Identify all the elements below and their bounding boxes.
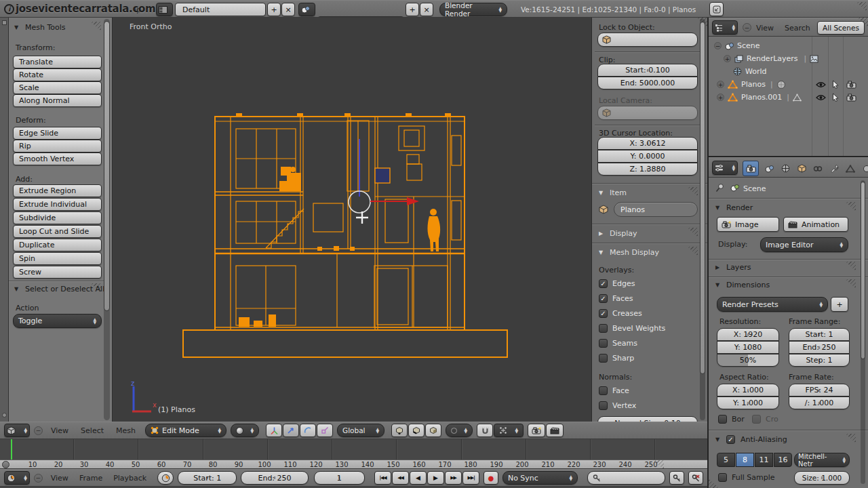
mesh-menu[interactable]: Mesh <box>116 426 136 435</box>
play-button[interactable]: ▶ <box>427 471 444 485</box>
clip-end-field[interactable]: ‹End: 5000.000› <box>597 77 698 89</box>
outliner-row-planos[interactable]: + Planos | <box>709 78 868 91</box>
tab-scene[interactable] <box>761 161 777 176</box>
tab-partial[interactable] <box>859 161 868 176</box>
resolution-y-field[interactable]: ‹Y: 1080› <box>717 341 779 354</box>
editor-type-selector[interactable]: ▲▼ <box>712 161 738 175</box>
outliner-row-planos-001[interactable]: + Planos.001 | <box>709 91 868 104</box>
snap-element-dropdown[interactable]: ▲▼ <box>494 424 524 437</box>
aspect-y-field[interactable]: ‹Y: 1.000› <box>717 396 779 409</box>
aa-samples-8-button[interactable]: 8 <box>736 453 754 467</box>
lock-object-field[interactable] <box>597 33 698 47</box>
rip-button[interactable]: Rip <box>13 140 102 152</box>
full-sample-checkbox[interactable]: ✓Full Sample <box>718 473 775 482</box>
opengl-render-anim-button[interactable] <box>546 424 564 437</box>
renderability-camera-icon[interactable] <box>846 94 856 102</box>
add-scene-button[interactable]: + <box>406 3 419 16</box>
view-menu[interactable]: View <box>51 474 68 483</box>
screen-layout-field[interactable]: Default <box>175 3 266 16</box>
add-layout-button[interactable]: + <box>267 3 281 16</box>
view-menu[interactable]: View <box>756 24 774 33</box>
collapse-menus-icon[interactable]: − <box>743 23 751 32</box>
occlude-geometry-dropdown[interactable]: ▲▼ <box>446 424 473 437</box>
npanel-scrollbar[interactable] <box>700 19 705 420</box>
panel-grip[interactable] <box>686 187 698 197</box>
crop-checkbox[interactable]: ✓Cro <box>752 415 778 424</box>
pin-icon[interactable] <box>715 183 724 192</box>
face-select-mode-button[interactable] <box>425 424 441 437</box>
frame-step-field[interactable]: ‹Step: 1› <box>789 354 850 367</box>
scale-button[interactable]: Scale <box>13 81 102 94</box>
add-preset-button[interactable]: + <box>831 297 848 312</box>
selectability-cursor-icon[interactable] <box>832 80 839 89</box>
ruler-scroll-knob[interactable] <box>2 461 9 468</box>
tab-modifiers[interactable] <box>826 161 842 176</box>
viewport-3d[interactable]: Front Ortho z x (1) Planos ▼Mesh Tools T… <box>0 18 707 439</box>
render-presets-dropdown[interactable]: Render Presets ▲▼ <box>717 297 828 312</box>
extrude-individual-button[interactable]: Extrude Individual <box>13 198 102 211</box>
tab-object-data[interactable] <box>842 161 859 176</box>
panel-grip[interactable] <box>844 202 856 212</box>
local-camera-field[interactable] <box>597 106 698 120</box>
render-animation-button[interactable]: Animation <box>783 217 848 232</box>
render-panel-header[interactable]: ▼Render <box>714 203 753 212</box>
play-reverse-button[interactable]: ◀ <box>410 471 427 485</box>
cursor-z-field[interactable]: ‹Z: 1.3880› <box>597 163 698 176</box>
opengl-render-button[interactable] <box>528 424 545 437</box>
scene-icon-button[interactable] <box>298 3 315 16</box>
panel-grip[interactable] <box>844 279 856 289</box>
extrude-region-button[interactable]: Extrude Region <box>13 184 102 197</box>
border-checkbox[interactable]: ✓Bor <box>718 415 745 424</box>
aa-samples-5-button[interactable]: 5 <box>717 453 735 467</box>
frame-end-field[interactable]: ‹End: 250› <box>241 471 308 485</box>
search-menu[interactable]: Search <box>785 24 810 33</box>
bevel-weights-checkbox[interactable]: ✓Bevel Weights <box>599 324 665 333</box>
selectability-cursor-icon[interactable] <box>832 93 839 102</box>
tab-object[interactable] <box>793 161 810 176</box>
panel-grip[interactable] <box>90 22 101 32</box>
translate-button[interactable]: Translate <box>13 56 102 68</box>
record-button[interactable]: ● <box>484 471 498 485</box>
subdivide-button[interactable]: Subdivide <box>13 211 102 224</box>
anti-aliasing-panel-header[interactable]: ▼ ✓ Anti-Aliasing <box>714 435 787 444</box>
editor-type-selector[interactable]: ▲▼ <box>4 471 30 485</box>
item-name-field[interactable]: Planos <box>614 202 698 217</box>
panel-grip[interactable] <box>686 228 698 238</box>
mesh-display-panel-header[interactable]: ▼Mesh Display <box>597 248 659 257</box>
screw-button[interactable]: Screw <box>13 266 102 279</box>
tab-render[interactable] <box>743 161 759 176</box>
jump-to-start-button[interactable]: |◀◀ <box>374 471 391 485</box>
resolution-x-field[interactable]: ‹X: 1920› <box>717 328 779 341</box>
expand-icon[interactable]: + <box>717 94 724 101</box>
jump-to-end-button[interactable]: ▶▶| <box>462 471 479 485</box>
mode-dropdown[interactable]: Edit Mode ▲▼ <box>145 424 226 437</box>
expand-icon[interactable]: + <box>724 55 731 62</box>
aa-samples-11-button[interactable]: 11 <box>755 453 773 467</box>
vertex-normals-checkbox[interactable]: ✓Vertex <box>599 401 636 410</box>
transform-orientation-dropdown[interactable]: Global ▲▼ <box>337 424 384 437</box>
frame-menu[interactable]: Frame <box>79 474 102 483</box>
layers-panel-header[interactable]: ▶Layers <box>714 263 751 272</box>
use-preview-range-button[interactable] <box>157 471 174 485</box>
delete-keyframe-button[interactable] <box>688 471 703 485</box>
edges-checkbox[interactable]: ✓Edges <box>599 279 635 288</box>
sync-dropdown[interactable]: No Sync ▲▼ <box>502 471 578 485</box>
insert-keyframe-button[interactable] <box>669 471 684 485</box>
aa-size-field[interactable]: ‹Size: 1.000› <box>794 471 850 485</box>
keying-set-field[interactable] <box>587 471 665 485</box>
aspect-x-field[interactable]: ‹X: 1.000› <box>717 384 779 396</box>
seams-checkbox[interactable]: ✓Seams <box>599 339 637 348</box>
renderability-camera-icon[interactable] <box>846 81 856 89</box>
tab-constraints[interactable] <box>810 161 826 176</box>
collapse-menus-icon[interactable]: − <box>34 474 43 483</box>
viewport-shading-dropdown[interactable]: ▲▼ <box>231 424 259 437</box>
editor-type-selector[interactable]: ▲▼ <box>712 20 738 35</box>
delete-layout-button[interactable]: × <box>281 3 295 16</box>
duplicate-button[interactable]: Duplicate <box>13 239 102 251</box>
region-edge-strip[interactable] <box>0 18 9 422</box>
frame-end-field[interactable]: ‹End: 250› <box>789 341 850 354</box>
cursor-x-field[interactable]: ‹X: 3.0612› <box>597 137 698 150</box>
expand-icon[interactable]: + <box>717 81 724 88</box>
sharp-checkbox[interactable]: ✓Sharp <box>599 354 634 363</box>
select-menu[interactable]: Select <box>81 426 104 435</box>
